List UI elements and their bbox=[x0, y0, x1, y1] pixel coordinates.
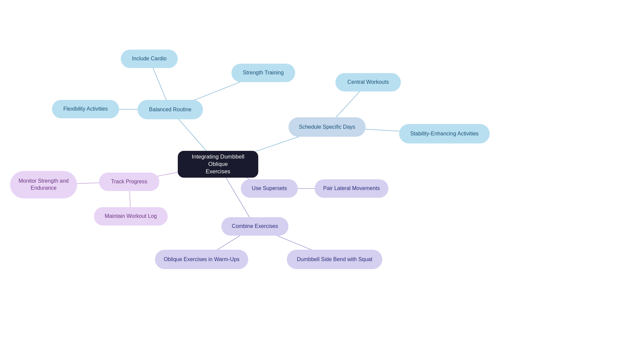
central-workouts-label: Central Workouts bbox=[347, 79, 389, 86]
include-cardio-label: Include Cardio bbox=[132, 55, 166, 62]
dumbbell-side-bend-label: Dumbbell Side Bend with Squat bbox=[297, 256, 372, 263]
strength-training-node[interactable]: Strength Training bbox=[231, 64, 295, 82]
stability-enhancing-label: Stability-Enhancing Activities bbox=[410, 130, 479, 137]
oblique-warmups-node[interactable]: Oblique Exercises in Warm-Ups bbox=[155, 250, 248, 269]
oblique-warmups-label: Oblique Exercises in Warm-Ups bbox=[164, 256, 239, 263]
combine-exercises-node[interactable]: Combine Exercises bbox=[221, 217, 288, 236]
flexibility-activities-node[interactable]: Flexibility Activities bbox=[52, 100, 119, 118]
central-workouts-node[interactable]: Central Workouts bbox=[335, 73, 401, 92]
use-supersets-label: Use Supersets bbox=[252, 185, 287, 192]
balanced-routine-node[interactable]: Balanced Routine bbox=[138, 100, 203, 119]
pair-lateral-label: Pair Lateral Movements bbox=[323, 185, 380, 192]
track-progress-label: Track Progress bbox=[111, 178, 147, 185]
flexibility-activities-label: Flexibility Activities bbox=[63, 106, 108, 113]
schedule-specific-days-node[interactable]: Schedule Specific Days bbox=[288, 117, 366, 137]
balanced-routine-label: Balanced Routine bbox=[149, 106, 191, 113]
strength-training-label: Strength Training bbox=[243, 69, 284, 76]
center-node[interactable]: Integrating Dumbbell Oblique Exercises bbox=[178, 151, 258, 178]
schedule-specific-days-label: Schedule Specific Days bbox=[299, 124, 355, 131]
center-label: Integrating Dumbbell Oblique Exercises bbox=[185, 153, 251, 175]
track-progress-node[interactable]: Track Progress bbox=[99, 173, 159, 191]
pair-lateral-node[interactable]: Pair Lateral Movements bbox=[315, 179, 388, 198]
dumbbell-side-bend-node[interactable]: Dumbbell Side Bend with Squat bbox=[287, 250, 382, 269]
combine-exercises-label: Combine Exercises bbox=[232, 223, 278, 230]
stability-enhancing-node[interactable]: Stability-Enhancing Activities bbox=[399, 124, 490, 143]
monitor-strength-node[interactable]: Monitor Strength and Endurance bbox=[10, 171, 77, 198]
maintain-workout-log-node[interactable]: Maintain Workout Log bbox=[94, 207, 168, 226]
maintain-workout-log-label: Maintain Workout Log bbox=[105, 213, 157, 220]
use-supersets-node[interactable]: Use Supersets bbox=[241, 179, 298, 198]
include-cardio-node[interactable]: Include Cardio bbox=[121, 50, 178, 68]
monitor-strength-label: Monitor Strength and Endurance bbox=[18, 178, 68, 192]
